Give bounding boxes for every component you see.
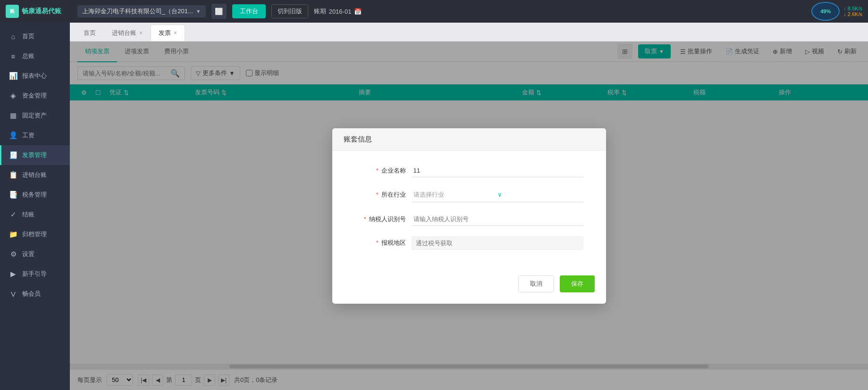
sidebar-label-archive: 归档管理: [22, 230, 47, 239]
period-label: 账期: [314, 7, 326, 16]
period-value: 2016-01: [329, 8, 352, 15]
industry-placeholder: 请选择行业: [413, 191, 497, 199]
settlement-icon: ✓: [9, 210, 17, 219]
sidebar-label-invoice: 发票管理: [22, 151, 47, 159]
company-name-input[interactable]: [412, 164, 583, 177]
company-selector[interactable]: 上海卯金刀电子科技有限公司_（台201... ▼: [77, 5, 206, 17]
sidebar-label-settlement: 结账: [22, 210, 34, 219]
sidebar-label-assets: 固定资产: [22, 111, 47, 120]
tax-region-input: [412, 236, 583, 250]
sidebar: ⌂ 首页 ≡ 总账 📊 报表中心 ◈ 资金管理 ▦ 固定资产 👤 工资 🧾 发票…: [0, 23, 70, 390]
sidebar-label-settings: 设置: [22, 250, 34, 258]
industry-chevron-icon: ∨: [497, 191, 581, 198]
ledger-icon: ≡: [9, 52, 17, 60]
purchase-icon: 📋: [9, 171, 17, 179]
funds-icon: ◈: [9, 91, 17, 100]
content-area: 首页 进销台账 × 发票 × 销项发票 进项发票 费用: [70, 23, 868, 390]
vip-icon: V: [9, 290, 17, 298]
main-layout: ⌂ 首页 ≡ 总账 📊 报表中心 ◈ 资金管理 ▦ 固定资产 👤 工资 🧾 发票…: [0, 23, 868, 390]
tax-id-label-text: 纳税人识别号: [369, 216, 406, 223]
workbench-button[interactable]: 工作台: [232, 4, 266, 18]
form-row-industry: * 所在行业 请选择行业 ∨: [355, 188, 583, 202]
sidebar-item-purchase[interactable]: 📋 进销台账: [0, 165, 70, 185]
speed-circle: 49%: [811, 2, 840, 21]
assets-icon: ▦: [9, 111, 17, 120]
period-info: 账期 2016-01 📅: [314, 7, 362, 16]
sidebar-label-purchase: 进销台账: [22, 171, 47, 179]
tab-purchase-label: 进销台账: [112, 29, 136, 37]
speed-down: ↓ 2.6K/s: [843, 11, 862, 17]
required-star: *: [376, 167, 379, 174]
tab-invoice-label: 发票: [159, 29, 171, 37]
sidebar-item-ledger[interactable]: ≡ 总账: [0, 46, 70, 66]
calendar-icon[interactable]: 📅: [354, 8, 362, 15]
required-star-4: *: [376, 239, 379, 246]
sidebar-item-settlement[interactable]: ✓ 结账: [0, 205, 70, 224]
industry-label-text: 所在行业: [381, 191, 406, 198]
logo-area: 账 畅康通易代账: [6, 5, 72, 18]
sidebar-item-archive[interactable]: 📁 归档管理: [0, 224, 70, 244]
tax-region-label-text: 报税地区: [381, 239, 406, 246]
tab-purchase[interactable]: 进销台账 ×: [104, 25, 151, 41]
sidebar-item-vip[interactable]: V 畅会员: [0, 284, 70, 304]
sidebar-item-guide[interactable]: ▶ 新手引导: [0, 264, 70, 284]
home-icon: ⌂: [9, 33, 17, 41]
guide-icon: ▶: [9, 270, 17, 278]
save-button[interactable]: 保存: [560, 275, 595, 292]
logo-text: 畅康通易代账: [22, 7, 61, 16]
dialog-header: 账套信息: [332, 128, 606, 151]
tax-icon: 📑: [9, 191, 17, 199]
settings-icon: ⚙: [9, 250, 17, 258]
sidebar-item-assets[interactable]: ▦ 固定资产: [0, 106, 70, 125]
top-header: 账 畅康通易代账 上海卯金刀电子科技有限公司_（台201... ▼ ⬜ 工作台 …: [0, 0, 868, 23]
sidebar-item-payroll[interactable]: 👤 工资: [0, 125, 70, 145]
dialog-title: 账套信息: [344, 135, 372, 143]
sidebar-label-tax: 税务管理: [22, 191, 47, 199]
sidebar-label-payroll: 工资: [22, 131, 34, 140]
reports-icon: 📊: [9, 72, 17, 80]
sidebar-label-vip: 畅会员: [22, 290, 41, 298]
industry-select[interactable]: 请选择行业 ∨: [412, 188, 583, 202]
speed-percent: 49%: [820, 8, 831, 14]
sidebar-label-home: 首页: [22, 32, 34, 41]
form-row-tax-region: * 报税地区: [355, 236, 583, 250]
tab-bar: 首页 进销台账 × 发票 ×: [70, 23, 868, 41]
company-name-label-text: 企业名称: [381, 167, 406, 174]
page-content: 销项发票 进项发票 费用小票 ⊞ 取票 ▼ ☰ 批量操作: [70, 41, 868, 390]
sidebar-item-tax[interactable]: 📑 税务管理: [0, 185, 70, 205]
tab-purchase-close[interactable]: ×: [139, 30, 143, 36]
sidebar-item-invoice[interactable]: 🧾 发票管理: [0, 145, 70, 165]
form-row-company: * 企业名称: [355, 164, 583, 177]
tax-region-label: * 报税地区: [355, 239, 412, 247]
speed-stats: ↑ 8.5K/s ↓ 2.6K/s: [843, 6, 862, 17]
required-star-2: *: [376, 191, 379, 198]
tab-invoice-close[interactable]: ×: [174, 30, 177, 36]
company-dropdown-arrow: ▼: [196, 8, 201, 14]
sidebar-label-guide: 新手引导: [22, 270, 47, 278]
sidebar-label-ledger: 总账: [22, 52, 34, 60]
tax-id-label: * 纳税人识别号: [355, 215, 412, 224]
payroll-icon: 👤: [9, 131, 17, 140]
sidebar-label-reports: 报表中心: [22, 72, 47, 80]
industry-label: * 所在行业: [355, 191, 412, 199]
tab-home[interactable]: 首页: [76, 25, 104, 41]
cancel-button[interactable]: 取消: [518, 275, 554, 292]
tab-invoice[interactable]: 发票 ×: [151, 25, 185, 41]
sidebar-item-reports[interactable]: 📊 报表中心: [0, 66, 70, 86]
network-area: 49% ↑ 8.5K/s ↓ 2.6K/s: [811, 2, 862, 21]
sidebar-item-settings[interactable]: ⚙ 设置: [0, 244, 70, 264]
sidebar-label-funds: 资金管理: [22, 91, 47, 100]
tab-home-label: 首页: [84, 29, 96, 37]
switch-old-button[interactable]: 切到旧版: [271, 4, 308, 18]
archive-icon: 📁: [9, 230, 17, 239]
company-name-text: 上海卯金刀电子科技有限公司_（台201...: [82, 7, 193, 16]
sidebar-item-home[interactable]: ⌂ 首页: [0, 26, 70, 46]
tax-id-input[interactable]: [412, 213, 583, 226]
sidebar-item-funds[interactable]: ◈ 资金管理: [0, 86, 70, 106]
dialog-body: * 企业名称 * 所在行业 请选择行业: [332, 151, 606, 270]
invoice-icon: 🧾: [9, 151, 17, 159]
required-star-3: *: [364, 216, 366, 223]
copy-icon-btn[interactable]: ⬜: [211, 4, 227, 19]
form-row-tax-id: * 纳税人识别号: [355, 213, 583, 226]
modal-overlay: 账套信息 * 企业名称: [70, 41, 868, 390]
